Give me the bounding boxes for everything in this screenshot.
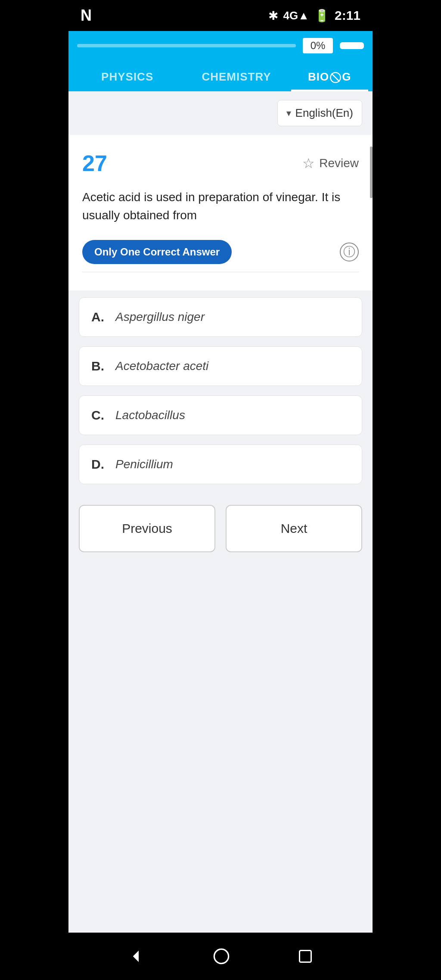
question-number: 27 (82, 150, 107, 176)
options-area: A. Aspergillus niger B. Acetobacter acet… (68, 290, 373, 491)
star-icon: ☆ (302, 155, 315, 171)
tab-bar: PHYSICS CHEMISTRY BIOG (68, 53, 373, 91)
progress-area: 0% (68, 31, 373, 53)
nav-buttons: Previous Next (68, 491, 373, 569)
screen: N ✱ 4G▲ 🔋 2:11 0% PHYSICS (68, 0, 373, 980)
progress-extra (340, 42, 364, 49)
tab-biology[interactable]: BIOG (291, 63, 368, 91)
language-label: English(En) (295, 106, 353, 120)
option-b-text: Acetobacter aceti (115, 359, 208, 373)
option-a-text: Aspergillus niger (115, 310, 205, 324)
home-button[interactable] (213, 948, 230, 965)
language-selector[interactable]: ▾ English(En) (277, 100, 362, 126)
option-d-text: Penicillium (115, 457, 173, 471)
signal-label: 4G▲ (283, 9, 309, 22)
bottom-nav (68, 933, 373, 980)
recents-button[interactable] (298, 949, 313, 964)
bluetooth-icon: ✱ (268, 9, 278, 23)
option-c-text: Lactobacillus (115, 408, 185, 422)
info-icon[interactable]: ⓘ (340, 243, 359, 261)
review-button[interactable]: ☆ Review (302, 155, 359, 171)
phone-wrapper: N ✱ 4G▲ 🔋 2:11 0% PHYSICS (0, 0, 441, 980)
svg-rect-4 (299, 951, 311, 962)
status-bar-right: ✱ 4G▲ 🔋 2:11 (268, 8, 360, 23)
option-d[interactable]: D. Penicillium (79, 445, 362, 484)
tab-chemistry[interactable]: CHEMISTRY (182, 63, 291, 91)
question-text: Acetic acid is used in preparation of vi… (82, 188, 359, 224)
tab-physics[interactable]: PHYSICS (73, 63, 182, 91)
battery-icon: 🔋 (314, 9, 329, 23)
option-a-label: A. (91, 310, 107, 324)
chevron-down-icon: ▾ (286, 108, 291, 119)
answer-type-row: Only One Correct Answer ⓘ (82, 240, 359, 264)
option-c-label: C. (91, 408, 107, 423)
next-button[interactable]: Next (226, 505, 362, 552)
option-a[interactable]: A. Aspergillus niger (79, 297, 362, 337)
question-header: 27 ☆ Review (82, 150, 359, 176)
progress-label: 0% (303, 38, 333, 53)
language-row: ▾ English(En) (68, 91, 373, 135)
option-d-label: D. (91, 457, 107, 472)
option-c[interactable]: C. Lactobacillus (79, 395, 362, 435)
progress-bar-track (77, 44, 296, 47)
option-b[interactable]: B. Acetobacter aceti (79, 346, 362, 386)
divider (82, 272, 359, 272)
status-bar-left: N (81, 6, 91, 25)
review-label: Review (319, 156, 359, 170)
option-b-label: B. (91, 359, 107, 373)
status-time: 2:11 (335, 8, 360, 23)
app-icon: N (81, 6, 91, 25)
scrollbar[interactable] (370, 146, 373, 198)
progress-bar-container: 0% (77, 38, 364, 53)
back-button[interactable] (128, 948, 145, 965)
previous-button[interactable]: Previous (79, 505, 215, 552)
main-content: ▾ English(En) 27 ☆ Review Acetic acid is… (68, 91, 373, 933)
answer-type-badge: Only One Correct Answer (82, 240, 232, 264)
status-bar: N ✱ 4G▲ 🔋 2:11 (68, 0, 373, 31)
svg-marker-2 (133, 951, 139, 962)
svg-point-3 (214, 949, 228, 963)
svg-line-1 (332, 74, 340, 82)
question-area: 27 ☆ Review Acetic acid is used in prepa… (68, 135, 373, 290)
